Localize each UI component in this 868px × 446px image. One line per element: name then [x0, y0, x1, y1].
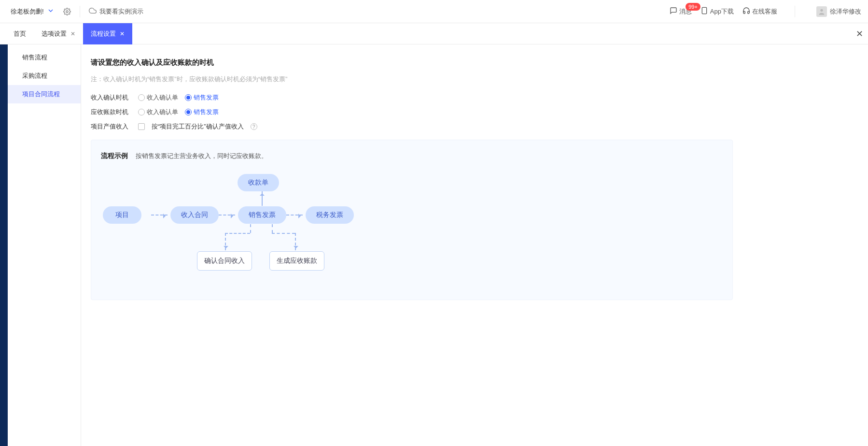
node-receipt: 收款单	[238, 174, 279, 191]
flow-description: 按销售发票记主营业务收入，同时记应收账款。	[136, 152, 267, 160]
progress-revenue-row: 项目产值收入 按“项目完工百分比”确认产值收入 ?	[91, 122, 868, 131]
field-label: 项目产值收入	[91, 122, 131, 131]
support-label: 在线客服	[752, 7, 777, 16]
arrow-up-icon	[262, 191, 263, 206]
chevron-down-icon	[47, 7, 55, 16]
chat-icon	[670, 7, 677, 16]
radio-label: 销售发票	[194, 93, 219, 102]
flow-title: 流程示例	[101, 152, 128, 160]
tab-process[interactable]: 流程设置 ✕	[83, 23, 132, 44]
demo-link[interactable]: 我要看实例演示	[89, 7, 143, 16]
receivable-timing-row: 应收账款时机 收入确认单 销售发票	[91, 108, 868, 116]
progress-checkbox[interactable]	[138, 123, 145, 130]
left-rail	[0, 44, 8, 446]
dashed-line	[272, 233, 295, 234]
tab-home[interactable]: 首页	[6, 23, 34, 44]
cloud-icon	[89, 7, 97, 16]
tabbar-close-icon[interactable]: ✕	[856, 29, 863, 39]
messages-badge: 99+	[686, 3, 700, 11]
receivable-option-invoice[interactable]: 销售发票	[185, 108, 219, 116]
page-note: 注：收入确认时机为“销售发票”时，应收账款确认时机必须为“销售发票”	[91, 75, 868, 84]
field-label: 应收账款时机	[91, 108, 131, 116]
app-download-label: App下载	[710, 7, 734, 16]
content: 请设置您的收入确认及应收账款的时机 注：收入确认时机为“销售发票”时，应收账款确…	[81, 44, 868, 446]
radio-label: 销售发票	[194, 108, 219, 116]
tab-label: 选项设置	[42, 29, 67, 38]
svg-point-0	[66, 11, 68, 13]
gear-icon[interactable]	[63, 8, 71, 15]
flow-diagram: 收款单 项目 收入合同 销售发票 税务发票 确认合同收入 生成应收账款	[103, 174, 723, 280]
svg-rect-1	[702, 7, 706, 14]
radio-icon	[185, 94, 192, 101]
dashed-line	[250, 224, 251, 233]
node-project: 项目	[103, 206, 141, 224]
radio-icon	[138, 94, 145, 101]
node-contract: 收入合同	[170, 206, 219, 224]
radio-label: 收入确认单	[147, 93, 178, 102]
flow-header: 流程示例 按销售发票记主营业务收入，同时记应收账款。	[101, 152, 723, 160]
flow-panel: 流程示例 按销售发票记主营业务收入，同时记应收账款。 收款单 项目 收入合同 销…	[91, 140, 733, 300]
close-icon[interactable]: ✕	[120, 30, 125, 37]
divider	[80, 6, 80, 17]
revenue-option-confirm[interactable]: 收入确认单	[138, 93, 178, 102]
revenue-option-invoice[interactable]: 销售发票	[185, 93, 219, 102]
tab-label: 首页	[14, 29, 26, 38]
mobile-icon	[700, 7, 708, 16]
radio-icon	[185, 109, 192, 115]
revenue-timing-row: 收入确认时机 收入确认单 销售发票	[91, 93, 868, 102]
demo-link-label: 我要看实例演示	[99, 7, 143, 16]
sidebar-item-sales[interactable]: 销售流程	[8, 48, 81, 67]
org-selector[interactable]: 徐老板勿删!	[7, 5, 58, 18]
arrow-icon	[219, 215, 235, 216]
close-icon[interactable]: ✕	[70, 30, 75, 37]
topbar-right: 消息 99+ App下载 在线客服 徐泽华修改	[670, 6, 861, 17]
arrow-icon	[151, 215, 168, 216]
checkbox-label: 按“项目完工百分比”确认产值收入	[152, 122, 244, 131]
radio-label: 收入确认单	[147, 108, 178, 116]
arrow-down-icon	[295, 233, 296, 250]
radio-icon	[138, 109, 145, 115]
tab-label: 流程设置	[91, 29, 116, 38]
topbar: 徐老板勿删! 我要看实例演示 消息 99+ App下载	[0, 0, 868, 23]
tabbar: 首页 选项设置 ✕ 流程设置 ✕ ✕	[0, 23, 868, 44]
node-gen-receivable: 生成应收账款	[269, 251, 324, 271]
node-sales-invoice: 销售发票	[238, 206, 286, 224]
sidebar: 销售流程 采购流程 项目合同流程	[8, 44, 81, 446]
divider	[795, 6, 795, 17]
node-confirm-revenue: 确认合同收入	[197, 251, 252, 271]
sidebar-item-purchase[interactable]: 采购流程	[8, 67, 81, 85]
body: 销售流程 采购流程 项目合同流程 请设置您的收入确认及应收账款的时机 注：收入确…	[0, 44, 868, 446]
svg-point-3	[820, 9, 823, 11]
dashed-line	[225, 233, 250, 234]
avatar-icon	[816, 6, 827, 17]
receivable-option-confirm[interactable]: 收入确认单	[138, 108, 178, 116]
app-download-button[interactable]: App下载	[700, 7, 734, 16]
headset-icon	[742, 7, 750, 16]
tab-options[interactable]: 选项设置 ✕	[34, 23, 83, 44]
arrow-icon	[286, 215, 303, 216]
node-tax-invoice: 税务发票	[306, 206, 354, 224]
org-name: 徐老板勿删!	[11, 7, 44, 16]
sidebar-item-project[interactable]: 项目合同流程	[8, 85, 81, 103]
field-label: 收入确认时机	[91, 93, 131, 102]
messages-button[interactable]: 消息 99+	[670, 7, 692, 16]
dashed-line	[272, 224, 273, 233]
page-title: 请设置您的收入确认及应收账款的时机	[91, 58, 868, 67]
user-name: 徐泽华修改	[830, 7, 861, 16]
user-menu[interactable]: 徐泽华修改	[812, 6, 861, 17]
help-icon[interactable]: ?	[251, 123, 257, 130]
arrow-down-icon	[225, 233, 226, 250]
support-button[interactable]: 在线客服	[742, 7, 777, 16]
